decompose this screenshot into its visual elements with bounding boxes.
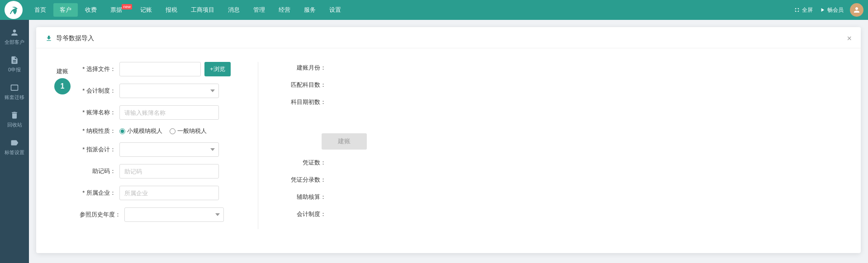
- nav-item-tax[interactable]: 报税: [159, 3, 184, 17]
- form-section: * 选择文件： +浏览 * 会计制度：: [80, 62, 231, 229]
- info-label-subject-initial: 科目期初数：: [285, 98, 326, 106]
- avatar-icon: [853, 6, 861, 14]
- info-section: 建账月份： 匹配科目数： 科目期初数： 建账: [285, 62, 403, 229]
- new-badge: new: [122, 4, 132, 9]
- company-row: * 所属企业：: [80, 186, 231, 200]
- company-label: * 所属企业：: [80, 189, 116, 197]
- person-icon: [10, 28, 19, 37]
- info-label-accounting-system: 会计制度：: [285, 210, 326, 218]
- dialog: 导爷数据导入 × 建账 1 * 选择文件：: [36, 27, 861, 253]
- tax-type-radio-group: 小规模纳税人 一般纳税人: [119, 127, 207, 135]
- info-row-auxiliary: 辅助核算：: [285, 193, 403, 201]
- dialog-title: 导爷数据导入: [45, 34, 94, 42]
- info-row-voucher-entry: 凭证分录数：: [285, 176, 403, 184]
- sidebar-item-tag-settings[interactable]: 标签设置: [0, 134, 29, 160]
- accounting-system-row: * 会计制度：: [80, 84, 231, 98]
- document-icon: [10, 56, 19, 65]
- sidebar-item-recycle[interactable]: 回收站: [0, 106, 29, 133]
- user-avatar[interactable]: [850, 3, 863, 17]
- nav-items: 首页 客户 收费 票据 new 记账 报税 工商项目 消息 管理 经营 服务 设…: [28, 3, 794, 17]
- nav-item-bookkeeping[interactable]: 记账: [134, 3, 158, 17]
- accounting-system-label: * 会计制度：: [80, 87, 116, 95]
- step-label: 建账: [57, 64, 68, 75]
- info-label-voucher: 凭证数：: [285, 159, 326, 167]
- dialog-close-button[interactable]: ×: [847, 34, 852, 42]
- assign-accountant-select[interactable]: [119, 142, 219, 157]
- info-row-voucher: 凭证数：: [285, 159, 403, 167]
- sidebar-item-zero-declaration[interactable]: 0申报: [0, 51, 29, 78]
- trash-icon: [10, 111, 19, 120]
- fullscreen-icon: [794, 7, 800, 13]
- import-icon: [45, 35, 52, 42]
- sidebar-item-account-migration[interactable]: 账套迁移: [0, 79, 29, 105]
- accounting-system-select[interactable]: [119, 84, 219, 98]
- info-row-subject-initial: 科目期初数：: [285, 98, 403, 106]
- nav-item-fee[interactable]: 收费: [79, 3, 103, 17]
- history-year-select[interactable]: [124, 207, 224, 222]
- step-section: 建账 1 * 选择文件： +浏览 * 会计制度：: [54, 62, 231, 229]
- nav-item-message[interactable]: 消息: [222, 3, 246, 17]
- content-area: 导爷数据导入 × 建账 1 * 选择文件：: [29, 20, 868, 263]
- tax-type-row: * 纳税性质： 小规模纳税人 一般纳税人: [80, 127, 231, 135]
- tag-icon: [10, 138, 19, 147]
- build-button[interactable]: 建账: [322, 133, 367, 150]
- nav-item-operation[interactable]: 经营: [272, 3, 297, 17]
- file-row: * 选择文件： +浏览: [80, 62, 231, 76]
- logo-icon: [8, 5, 19, 15]
- memo-code-label: 助记码：: [80, 167, 116, 175]
- sidebar: 全部客户 0申报 账套迁移 回收站 标签设置: [0, 20, 29, 263]
- file-input[interactable]: [119, 62, 201, 76]
- info-label-build-month: 建账月份：: [285, 64, 326, 72]
- nav-item-ticket[interactable]: 票据 new: [104, 3, 133, 17]
- main-layout: 全部客户 0申报 账套迁移 回收站 标签设置: [0, 20, 868, 263]
- assign-accountant-row: * 指派会计：: [80, 142, 231, 157]
- company-input[interactable]: [119, 186, 219, 200]
- memo-code-row: 助记码：: [80, 164, 231, 178]
- section-divider: [258, 62, 258, 229]
- nav-item-home[interactable]: 首页: [28, 3, 52, 17]
- top-navigation: 首页 客户 收费 票据 new 记账 报税 工商项目 消息 管理 经营 服务 设…: [0, 0, 868, 20]
- file-label: * 选择文件：: [80, 65, 116, 73]
- history-year-label: 参照历史年度：: [80, 211, 121, 219]
- nav-item-manage[interactable]: 管理: [247, 3, 271, 17]
- ledger-name-label: * 账簿名称：: [80, 108, 116, 117]
- info-label-match-subject: 匹配科目数：: [285, 81, 326, 89]
- tax-type-label: * 纳税性质：: [80, 127, 116, 135]
- memo-code-input[interactable]: [119, 164, 219, 178]
- info-label-voucher-entry: 凭证分录数：: [285, 176, 326, 184]
- dialog-header: 导爷数据导入 ×: [36, 27, 861, 48]
- step-circle: 1: [54, 78, 71, 94]
- play-icon: [819, 7, 825, 13]
- ledger-name-input[interactable]: [119, 105, 219, 120]
- app-logo: [5, 1, 23, 19]
- info-row-accounting-system: 会计制度：: [285, 210, 403, 218]
- fullscreen-button[interactable]: 全屏: [794, 6, 813, 14]
- nav-right: 全屏 畅会员: [794, 3, 863, 17]
- info-row-match-subject: 匹配科目数：: [285, 81, 403, 89]
- ledger-name-row: * 账簿名称：: [80, 105, 231, 120]
- info-label-auxiliary: 辅助核算：: [285, 193, 326, 201]
- nav-item-business[interactable]: 工商项目: [185, 3, 221, 17]
- build-btn-container: 建账: [285, 133, 403, 150]
- history-year-row: 参照历史年度：: [80, 207, 231, 222]
- transfer-icon: [10, 83, 19, 92]
- assign-accountant-label: * 指派会计：: [80, 146, 116, 154]
- radio-small-taxpayer[interactable]: 小规模纳税人: [119, 127, 162, 135]
- member-button[interactable]: 畅会员: [819, 6, 844, 14]
- info-row-build-month: 建账月份：: [285, 64, 403, 72]
- browse-button[interactable]: +浏览: [204, 62, 231, 76]
- nav-item-service[interactable]: 服务: [298, 3, 322, 17]
- radio-general-taxpayer[interactable]: 一般纳税人: [170, 127, 207, 135]
- sidebar-item-all-clients[interactable]: 全部客户: [0, 23, 29, 50]
- dialog-body: 建账 1 * 选择文件： +浏览 * 会计制度：: [36, 48, 861, 243]
- nav-item-client[interactable]: 客户: [53, 3, 78, 17]
- nav-item-settings[interactable]: 设置: [323, 3, 347, 17]
